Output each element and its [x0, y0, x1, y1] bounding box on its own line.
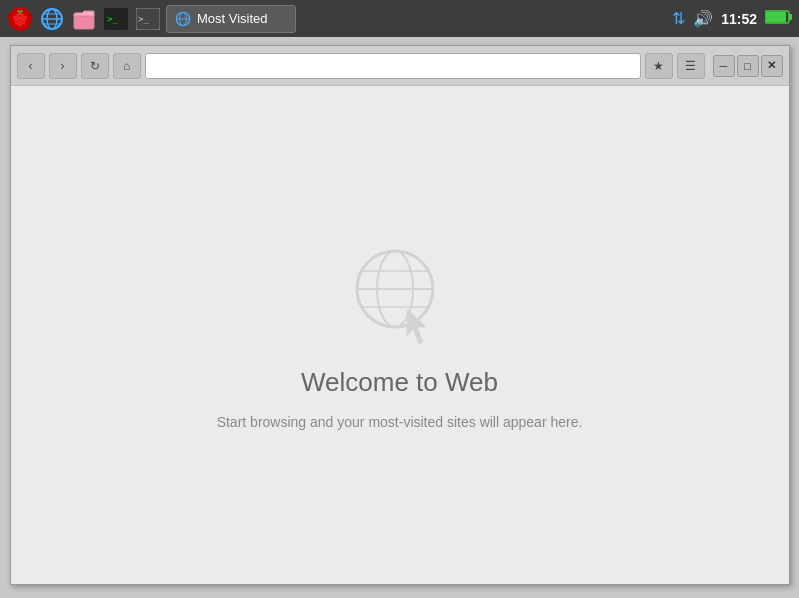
- forward-button[interactable]: ›: [49, 53, 77, 79]
- browser-window: ‹ › ↻ ⌂ ★ ☰ ─ □ ✕ Welcome to Web Start b…: [10, 45, 790, 585]
- welcome-title: Welcome to Web: [301, 367, 498, 398]
- terminal-light-taskbar-icon[interactable]: >_: [134, 5, 162, 33]
- system-clock: 11:52: [721, 11, 757, 27]
- browser-toolbar: ‹ › ↻ ⌂ ★ ☰ ─ □ ✕: [11, 46, 789, 86]
- terminal-dark-taskbar-icon[interactable]: >_: [102, 5, 130, 33]
- url-bar[interactable]: [145, 53, 641, 79]
- raspberry-pi-menu-icon[interactable]: [6, 5, 34, 33]
- taskbar: >_ >_ Most Visited ⇅ 🔊 11:52: [0, 0, 799, 37]
- menu-button[interactable]: ☰: [677, 53, 705, 79]
- reload-button[interactable]: ↻: [81, 53, 109, 79]
- welcome-subtitle: Start browsing and your most-visited sit…: [217, 414, 583, 430]
- maximize-button[interactable]: □: [737, 55, 759, 77]
- svg-point-13: [17, 20, 19, 22]
- svg-text:>_: >_: [138, 14, 149, 24]
- browser-taskbar-icon[interactable]: [38, 5, 66, 33]
- svg-point-10: [19, 15, 21, 17]
- bookmark-button[interactable]: ★: [645, 53, 673, 79]
- svg-rect-30: [766, 12, 786, 22]
- network-tray-icon[interactable]: ⇅: [672, 9, 685, 28]
- active-window-title: Most Visited: [197, 11, 268, 26]
- svg-point-11: [15, 17, 17, 19]
- browser-logo-icon: [345, 241, 455, 351]
- svg-point-15: [19, 22, 21, 24]
- svg-rect-7: [19, 11, 21, 14]
- system-tray: ⇅ 🔊 11:52: [672, 9, 793, 28]
- active-window-button[interactable]: Most Visited: [166, 5, 296, 33]
- svg-point-14: [22, 20, 24, 22]
- window-controls: ─ □ ✕: [713, 55, 783, 77]
- volume-tray-icon[interactable]: 🔊: [693, 9, 713, 28]
- back-button[interactable]: ‹: [17, 53, 45, 79]
- file-manager-taskbar-icon[interactable]: [70, 5, 98, 33]
- browser-content: Welcome to Web Start browsing and your m…: [11, 86, 789, 584]
- svg-text:>_: >_: [107, 14, 118, 24]
- close-button[interactable]: ✕: [761, 55, 783, 77]
- svg-rect-31: [789, 14, 792, 20]
- minimize-button[interactable]: ─: [713, 55, 735, 77]
- home-button[interactable]: ⌂: [113, 53, 141, 79]
- svg-point-12: [23, 17, 25, 19]
- battery-tray-icon[interactable]: [765, 10, 793, 27]
